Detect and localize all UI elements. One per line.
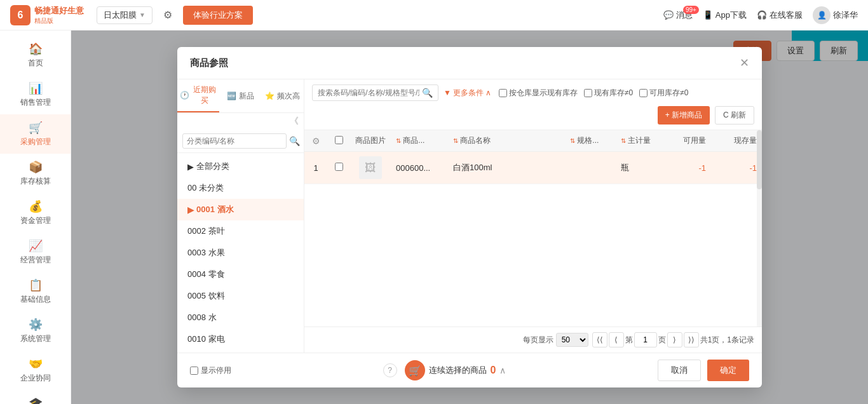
topbar: 6 畅捷通好生意 精品版 日太阳膜 ▼ ⚙ 体验行业方案 💬 消息 99+ 📱 … — [0, 0, 868, 30]
table-row[interactable]: 1 🖼 000600... — [304, 152, 762, 184]
tab-recent-purchase[interactable]: 🕐 近期购买 — [177, 79, 219, 112]
table-body: 1 🖼 000600... — [304, 152, 762, 184]
confirm-button[interactable]: 确定 — [707, 360, 749, 381]
category-search-input[interactable] — [182, 133, 287, 149]
category-beverage[interactable]: 0005 饮料 — [177, 285, 304, 307]
sidebar: 🏠 首页 📊 销售管理 🛒 采购管理 📦 库存核算 💰 资金管理 📈 经营管理 … — [0, 30, 71, 404]
sidebar-item-operations[interactable]: 📈 经营管理 — [0, 232, 71, 272]
stock-ne0-filter-check[interactable]: 现有库存≠0 — [584, 88, 633, 98]
online-service-button[interactable]: 🎧 在线客服 — [757, 10, 803, 21]
trial-button[interactable]: 体验行业方案 — [183, 6, 253, 25]
tab-frequent-label: 频次高 — [277, 91, 300, 102]
product-table: ⚙ 商品图片 ⇅ 商品... ⇅ 商品名称 — [304, 130, 762, 184]
product-search-icon[interactable]: 🔍 — [422, 88, 433, 98]
category-uncategorized[interactable]: 00 未分类 — [177, 177, 304, 199]
messages-button[interactable]: 💬 消息 99+ — [663, 10, 693, 21]
refresh-button[interactable]: C 刷新 — [715, 106, 754, 125]
modal-overlay: 商品参照 ✕ 🕐 近期购买 🆕 — [71, 30, 868, 404]
cart-collapse-icon[interactable]: ∧ — [499, 365, 506, 375]
table-settings-icon[interactable]: ⚙ — [312, 136, 320, 146]
category-all[interactable]: ▶ 全部分类 — [177, 156, 304, 177]
tab-new-products[interactable]: 🆕 新品 — [219, 79, 261, 112]
modal-close-button[interactable]: ✕ — [740, 56, 749, 70]
star-icon: ⭐ — [265, 91, 275, 100]
show-disabled-check[interactable]: 显示停用 — [190, 365, 231, 376]
more-filter-button[interactable]: ▼ 更多条件 ∧ — [444, 88, 491, 98]
tab-recent-label: 近期购买 — [192, 84, 217, 106]
cancel-button[interactable]: 取消 — [658, 360, 701, 381]
row-num: 1 — [304, 152, 327, 184]
scrollbar-thumb[interactable] — [757, 130, 762, 189]
product-image: 🖼 — [359, 156, 382, 179]
row-unit-cell: 瓶 — [616, 152, 660, 184]
sidebar-item-inventory[interactable]: 📦 库存核算 — [0, 154, 71, 193]
cart-button[interactable]: 🛒 — [405, 360, 425, 380]
sidebar-item-purchase[interactable]: 🛒 采购管理 — [0, 114, 71, 154]
category-appliance[interactable]: 0010 家电 — [177, 328, 304, 350]
main-layout: 🏠 首页 📊 销售管理 🛒 采购管理 📦 库存核算 💰 资金管理 📈 经营管理 … — [0, 30, 868, 404]
avail-ne0-filter-label: 可用库存≠0 — [649, 88, 688, 98]
help-icon[interactable]: ? — [383, 363, 397, 377]
col-unit-sort-icon: ⇅ — [621, 137, 626, 144]
sidebar-basics-label: 基础信息 — [20, 294, 51, 305]
row-unit: 瓶 — [621, 163, 629, 172]
page-number-input[interactable] — [634, 332, 657, 347]
avail-ne0-checkbox[interactable] — [639, 89, 648, 97]
user-menu[interactable]: 👤 徐泽华 — [813, 6, 858, 24]
avail-ne0-filter-check[interactable]: 可用库存≠0 — [639, 88, 688, 98]
add-product-button[interactable]: + 新增商品 — [658, 106, 710, 125]
logo-sub: 精品版 — [34, 17, 84, 25]
sidebar-item-enterprise[interactable]: 🤝 企业协同 — [0, 351, 71, 390]
col-checkbox — [327, 130, 350, 152]
category-water[interactable]: 0008 水 — [177, 307, 304, 328]
category-tea-label: 0002 茶叶 — [187, 226, 225, 237]
row-name: 白酒100ml — [453, 163, 492, 172]
product-table-wrap: ⚙ 商品图片 ⇅ 商品... ⇅ 商品名称 — [304, 130, 762, 327]
sidebar-item-basics[interactable]: 📋 基础信息 — [0, 272, 71, 311]
footer-center: ? 🛒 连续选择的商品 0 ∧ — [239, 360, 650, 380]
category-liquor[interactable]: ▶ 0001 酒水 — [177, 199, 304, 220]
modal-right-panel: 🔍 ▼ 更多条件 ∧ 按仓库显示现有库存 — [304, 79, 762, 353]
operations-icon: 📈 — [29, 239, 43, 253]
filter-chevron: ∧ — [485, 88, 491, 97]
category-search: 🔍 — [177, 130, 304, 153]
tab-frequent[interactable]: ⭐ 频次高 — [262, 79, 304, 112]
show-disabled-label: 显示停用 — [201, 365, 231, 376]
category-all-label: 全部分类 — [196, 161, 229, 172]
app-download-button[interactable]: 📱 App下载 — [703, 10, 747, 21]
warehouse-checkbox[interactable] — [499, 89, 507, 97]
category-search-icon[interactable]: 🔍 — [289, 136, 300, 146]
page-last-button[interactable]: ⟩⟩ — [684, 332, 699, 347]
page-size-select[interactable]: 50 100 200 — [556, 333, 588, 347]
warehouse-filter-check[interactable]: 按仓库显示现有库存 — [499, 88, 578, 98]
sidebar-purchase-label: 采购管理 — [20, 137, 51, 147]
sidebar-item-system[interactable]: ⚙️ 系统管理 — [0, 311, 71, 351]
logo-icon: 6 — [10, 5, 31, 25]
category-list: ▶ 全部分类 00 未分类 ▶ 0001 酒水 0002 茶 — [177, 153, 304, 353]
modal-left-panel: 🕐 近期购买 🆕 新品 ⭐ 频次高 — [177, 79, 304, 353]
page-first-button[interactable]: ⟨⟨ — [592, 332, 607, 347]
stock-ne0-checkbox[interactable] — [584, 89, 592, 97]
modal-footer: 显示停用 ? 🛒 连续选择的商品 0 ∧ 取消 确定 — [177, 353, 762, 387]
page-next-button[interactable]: ⟩ — [667, 332, 682, 347]
app-selector[interactable]: 日太阳膜 ▼ — [97, 6, 153, 24]
sidebar-item-guide[interactable]: 🎓 新手引导 — [0, 390, 71, 404]
col-name-header: ⇅ 商品名称 — [448, 130, 565, 152]
settings-icon[interactable]: ⚙ — [158, 5, 178, 25]
product-search-input[interactable] — [318, 88, 419, 97]
sidebar-item-home[interactable]: 🏠 首页 — [0, 36, 71, 75]
collapse-left-button[interactable]: 《 — [290, 116, 299, 127]
select-all-checkbox[interactable] — [335, 136, 343, 144]
app-download-label: App下载 — [715, 10, 747, 21]
sidebar-item-finance[interactable]: 💰 资金管理 — [0, 193, 71, 232]
stock-ne0-filter-label: 现有库存≠0 — [594, 88, 633, 98]
category-tea[interactable]: 0002 茶叶 — [177, 220, 304, 242]
category-fruit[interactable]: 0003 水果 — [177, 242, 304, 264]
category-snack[interactable]: 0004 零食 — [177, 264, 304, 285]
sidebar-inventory-label: 库存核算 — [20, 176, 51, 187]
page-prev-button[interactable]: ⟨ — [609, 332, 624, 347]
row-checkbox[interactable] — [335, 163, 343, 171]
show-disabled-checkbox[interactable] — [190, 367, 198, 375]
sidebar-item-sales[interactable]: 📊 销售管理 — [0, 75, 71, 114]
category-appliance-label: 0010 家电 — [187, 333, 225, 345]
